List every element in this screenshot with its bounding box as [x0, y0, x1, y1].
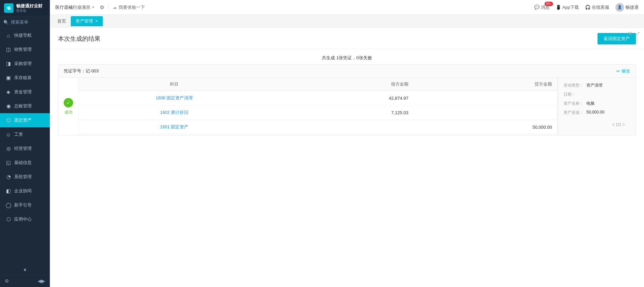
- sales-icon: ◫: [5, 46, 11, 53]
- edit-voucher-button[interactable]: ✏ 修改: [616, 68, 630, 74]
- type-value: 资产清理: [586, 83, 603, 88]
- voucher-side-panel: 变动类型： 资产清理 日期： 资产名称： 电脑 资产原值：: [558, 78, 636, 135]
- status-column: ✓ 成功: [58, 78, 79, 135]
- home-icon: ⌂: [5, 33, 11, 38]
- company-selector[interactable]: 医疗器械行业演示 ▾: [55, 4, 94, 10]
- messages-button[interactable]: 💬 消息 99+: [534, 4, 550, 10]
- app-download-button[interactable]: 📱 App下载: [556, 4, 579, 10]
- page-header: 本次生成的结果 返回固定资产: [50, 28, 644, 49]
- credit-1: [414, 91, 557, 105]
- original-value-value: 50,000.00: [586, 110, 604, 116]
- sidebar-item-fixed-asset[interactable]: ⬡ 固定资产: [0, 113, 50, 127]
- type-label: 变动类型：: [563, 83, 584, 88]
- payroll-icon: ☺: [5, 132, 11, 137]
- trial-button[interactable]: ☁ 我要体验一下: [113, 4, 145, 10]
- sidebar-search[interactable]: 🔍 搜索菜单: [0, 17, 50, 28]
- avatar: 👤: [615, 3, 624, 12]
- table-header-row: 科目 借方金额 贷方金额: [79, 78, 557, 91]
- settings-icon[interactable]: ⚙: [100, 4, 104, 10]
- guide-icon: ◯: [5, 202, 11, 208]
- subject-link-1[interactable]: 1606 固定资产清理: [156, 95, 193, 100]
- ledger-icon: ◉: [5, 103, 11, 109]
- topbar-right: 💬 消息 99+ 📱 App下载 🎧 在线客服 👤 畅捷通: [534, 3, 639, 12]
- debit-1: 42,874.97: [270, 91, 413, 105]
- asset-name-label: 资产名称：: [563, 101, 584, 106]
- debit-3: [270, 120, 413, 134]
- voucher-table: 科目 借方金额 贷方金额 1606 固定资产清理: [79, 78, 557, 134]
- sidebar-item-management[interactable]: ◎ 经营管理: [0, 141, 50, 156]
- enterprise-icon: ◧: [5, 188, 11, 194]
- topbar: 医疗器械行业演示 ▾ ⚙ ☁ 我要体验一下 💬 消息 99+ 📱 App下载 🎧…: [50, 0, 644, 15]
- fund-icon: ◈: [5, 89, 11, 95]
- divider: [108, 4, 109, 11]
- inventory-icon: ▣: [5, 75, 11, 81]
- next-page[interactable]: >: [622, 122, 625, 127]
- table-row: 1601 固定资产 50,000.00: [79, 120, 557, 134]
- sidebar: 畅 畅捷通好业财 普及版 🔍 搜索菜单 ⌂ 快捷导航 ◫ 销售管理 ◨ 采购管理…: [0, 0, 50, 287]
- window-controls: ✕ ⤢: [628, 30, 640, 37]
- page-container: ✕ ⤢ 本次生成的结果 返回固定资产 共生成 1张凭证，0张失败 凭证字号：记-…: [50, 28, 644, 287]
- voucher-header: 凭证字号：记-003 ✏ 修改: [58, 65, 636, 78]
- side-panel-row-asset-name: 资产名称： 电脑: [563, 101, 630, 106]
- sidebar-item-inventory[interactable]: ▣ 库存核算: [0, 71, 50, 85]
- voucher-body: ✓ 成功 科目 借方金额 贷方金额: [58, 78, 636, 135]
- table-row: 1606 固定资产清理 42,874.97: [79, 91, 557, 105]
- subject-link-2[interactable]: 1602 累计折旧: [160, 110, 189, 115]
- sidebar-item-payroll[interactable]: ☺ 工资: [0, 127, 50, 141]
- sidebar-item-ledger[interactable]: ◉ 总账管理: [0, 99, 50, 113]
- result-summary: 共生成 1张凭证，0张失败: [50, 49, 644, 64]
- sidebar-scroll-down[interactable]: ▼: [0, 265, 50, 275]
- purchase-icon: ◨: [5, 61, 11, 67]
- credit-2: [414, 105, 557, 120]
- side-panel-row-date: 日期：: [563, 92, 630, 97]
- page-indicator: 1/1: [616, 122, 622, 127]
- expand-window-icon[interactable]: ⤢: [636, 30, 640, 37]
- tab-close-icon[interactable]: ✕: [95, 19, 98, 23]
- tab-home[interactable]: 首页: [54, 16, 69, 26]
- message-icon: 💬: [534, 5, 540, 10]
- settings-button[interactable]: ⚙: [5, 278, 9, 284]
- subject-link-3[interactable]: 1601 固定资产: [160, 124, 189, 129]
- sidebar-item-purchase[interactable]: ◨ 采购管理: [0, 57, 50, 71]
- prev-page[interactable]: <: [612, 122, 615, 127]
- sidebar-item-basic-info[interactable]: ◱ 基础信息: [0, 156, 50, 170]
- col-subject-header: 科目: [79, 78, 270, 91]
- asset-name-value: 电脑: [586, 101, 594, 106]
- voucher-left: ✓ 成功 科目 借方金额 贷方金额: [58, 78, 558, 135]
- sidebar-item-enterprise[interactable]: ◧ 企业协同: [0, 184, 50, 198]
- tab-asset-management[interactable]: 资产管理 ✕: [71, 16, 103, 26]
- sidebar-item-guide[interactable]: ◯ 新手引导: [0, 198, 50, 212]
- sidebar-item-fund[interactable]: ◈ 资金管理: [0, 85, 50, 99]
- success-indicator: ✓ 成功: [57, 95, 80, 119]
- sidebar-logo: 畅 畅捷通好业财 普及版: [0, 0, 50, 17]
- success-check-icon: ✓: [64, 98, 73, 107]
- credit-3: 50,000.00: [414, 120, 557, 134]
- table-row: 1602 累计折旧 7,125.03: [79, 105, 557, 120]
- sidebar-item-quick-nav[interactable]: ⌂ 快捷导航: [0, 28, 50, 42]
- collapse-button[interactable]: ◀▶: [38, 278, 45, 284]
- original-value-label: 资产原值：: [563, 110, 584, 116]
- app-center-icon: ⬡: [5, 216, 11, 222]
- subject-3: 1601 固定资产: [79, 120, 270, 134]
- download-icon: 📱: [556, 5, 561, 10]
- search-icon: 🔍: [3, 20, 9, 25]
- user-menu[interactable]: 👤 畅捷通: [615, 3, 639, 12]
- voucher-number: 凭证字号：记-003: [64, 68, 99, 74]
- sidebar-item-sales[interactable]: ◫ 销售管理: [0, 42, 50, 57]
- debit-2: 7,125.03: [270, 105, 413, 120]
- online-service-button[interactable]: 🎧 在线客服: [585, 4, 609, 10]
- subject-1: 1606 固定资产清理: [79, 91, 270, 105]
- close-window-icon[interactable]: ✕: [628, 30, 632, 37]
- system-icon: ◔: [5, 174, 11, 180]
- sidebar-item-app-center[interactable]: ⬡ 应用中心: [0, 212, 50, 226]
- voucher-table-area: 科目 借方金额 贷方金额 1606 固定资产清理: [79, 78, 558, 135]
- cloud-icon: ☁: [113, 5, 117, 10]
- sidebar-item-system[interactable]: ◔ 系统管理: [0, 170, 50, 184]
- service-icon: 🎧: [585, 5, 590, 10]
- content-area: ✕ ⤢ 本次生成的结果 返回固定资产 共生成 1张凭证，0张失败 凭证字号：记-…: [50, 28, 644, 287]
- tabbar: 首页 资产管理 ✕: [50, 15, 644, 28]
- col-debit-header: 借方金额: [270, 78, 413, 91]
- message-badge: 99+: [545, 2, 553, 6]
- side-panel-row-original-value: 资产原值： 50,000.00: [563, 110, 630, 116]
- management-icon: ◎: [5, 146, 11, 152]
